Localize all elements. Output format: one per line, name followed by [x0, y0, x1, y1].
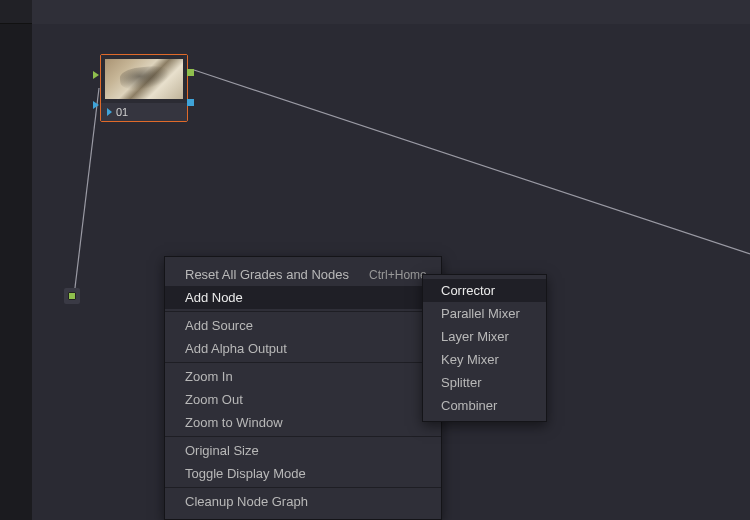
- menu-item-label: Add Node: [185, 290, 243, 305]
- menu-item-label: Parallel Mixer: [441, 306, 520, 321]
- context-menu-group-5: Cleanup Node Graph: [165, 488, 441, 515]
- menu-original-size[interactable]: Original Size: [165, 439, 441, 462]
- context-menu-group-1: Reset All Grades and Nodes Ctrl+Home Add…: [165, 261, 441, 312]
- menu-item-shortcut: Ctrl+Home: [369, 268, 427, 282]
- node-key-output-icon[interactable]: [187, 99, 194, 106]
- menu-item-label: Zoom to Window: [185, 415, 283, 430]
- node-label-key-icon: [107, 108, 112, 116]
- node-rgb-output-icon[interactable]: [187, 69, 194, 76]
- menu-add-source[interactable]: Add Source: [165, 314, 441, 337]
- node-thumbnail: [105, 59, 183, 99]
- menu-item-label: Zoom In: [185, 369, 233, 384]
- source-output-connector[interactable]: [68, 292, 76, 300]
- add-node-submenu[interactable]: Corrector Parallel Mixer Layer Mixer Key…: [422, 274, 547, 422]
- node-graph-canvas[interactable]: 01 Reset All Grades and Nodes Ctrl+Home …: [32, 24, 750, 520]
- menu-zoom-out[interactable]: Zoom Out: [165, 388, 441, 411]
- submenu-layer-mixer[interactable]: Layer Mixer: [423, 325, 546, 348]
- menu-item-label: Cleanup Node Graph: [185, 494, 308, 509]
- menu-item-label: Zoom Out: [185, 392, 243, 407]
- menu-item-label: Original Size: [185, 443, 259, 458]
- submenu-key-mixer[interactable]: Key Mixer: [423, 348, 546, 371]
- menu-item-label: Toggle Display Mode: [185, 466, 306, 481]
- submenu-parallel-mixer[interactable]: Parallel Mixer: [423, 302, 546, 325]
- node-rgb-input-icon[interactable]: [93, 71, 99, 79]
- menu-item-label: Splitter: [441, 375, 481, 390]
- menu-item-label: Key Mixer: [441, 352, 499, 367]
- menu-item-label: Corrector: [441, 283, 495, 298]
- menu-toggle-display-mode[interactable]: Toggle Display Mode: [165, 462, 441, 485]
- context-menu[interactable]: Reset All Grades and Nodes Ctrl+Home Add…: [164, 256, 442, 520]
- menu-item-label: Combiner: [441, 398, 497, 413]
- submenu-corrector[interactable]: Corrector: [423, 279, 546, 302]
- top-toolbar-light: [32, 0, 750, 24]
- node-01[interactable]: 01: [100, 54, 188, 122]
- menu-reset-all-grades[interactable]: Reset All Grades and Nodes Ctrl+Home: [165, 263, 441, 286]
- menu-add-alpha-output[interactable]: Add Alpha Output: [165, 337, 441, 360]
- node-thumbnail-wrap: [101, 55, 187, 103]
- menu-add-node[interactable]: Add Node ▸: [165, 286, 441, 309]
- submenu-combiner[interactable]: Combiner: [423, 394, 546, 417]
- node-label: 01: [116, 106, 128, 118]
- menu-item-label: Layer Mixer: [441, 329, 509, 344]
- svg-line-0: [74, 88, 99, 296]
- submenu-splitter[interactable]: Splitter: [423, 371, 546, 394]
- context-menu-group-3: Zoom In Zoom Out Zoom to Window: [165, 363, 441, 437]
- menu-cleanup-node-graph[interactable]: Cleanup Node Graph: [165, 490, 441, 513]
- node-key-input-icon[interactable]: [93, 101, 99, 109]
- svg-line-1: [194, 70, 750, 254]
- node-label-bar: 01: [101, 103, 187, 121]
- menu-zoom-to-window[interactable]: Zoom to Window: [165, 411, 441, 434]
- menu-zoom-in[interactable]: Zoom In: [165, 365, 441, 388]
- menu-item-label: Add Alpha Output: [185, 341, 287, 356]
- context-menu-group-4: Original Size Toggle Display Mode: [165, 437, 441, 488]
- context-menu-group-2: Add Source Add Alpha Output: [165, 312, 441, 363]
- left-sidebar: [0, 24, 32, 520]
- menu-item-label: Reset All Grades and Nodes: [185, 267, 349, 282]
- menu-item-label: Add Source: [185, 318, 253, 333]
